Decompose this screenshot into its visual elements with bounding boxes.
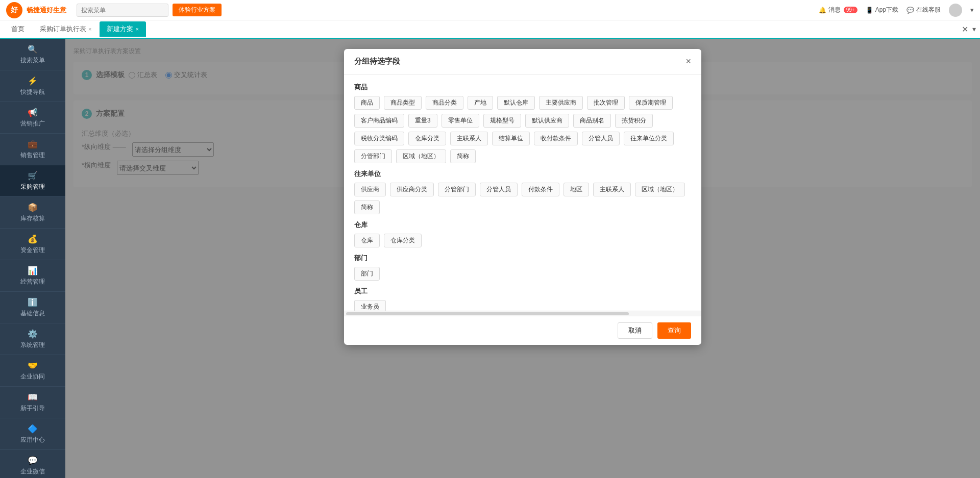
tab-bar-menu-icon[interactable]: ▾ — [972, 25, 976, 33]
inventory-icon: 📦 — [28, 202, 38, 212]
content-area: 采购订单执行表方案设置 1 选择模板 汇总表 交叉统计表 — [65, 39, 980, 478]
app-download-item[interactable]: 📱 App下载 — [866, 6, 898, 14]
sidebar-sales-label: 销售管理 — [20, 151, 45, 160]
online-service-label: 在线客服 — [916, 6, 941, 14]
field-tag-warehouse-category[interactable]: 仓库分类 — [408, 132, 446, 145]
tab-home[interactable]: 首页 — [4, 21, 32, 37]
logo-icon: 好 — [6, 2, 22, 18]
trial-button[interactable]: 体验行业方案 — [173, 4, 222, 16]
hscroll-thumb[interactable] — [346, 312, 629, 315]
fields-grid-partner: 供应商 供应商分类 分管部门 分管人员 付款条件 地区 主联系人 区域（地区） … — [354, 183, 691, 214]
confirm-button[interactable]: 查询 — [657, 322, 691, 339]
online-service-item[interactable]: 💬 在线客服 — [906, 6, 941, 14]
field-tag-dept[interactable]: 分管部门 — [354, 149, 392, 163]
sidebar-item-sales[interactable]: 💼 销售管理 — [0, 134, 65, 165]
message-item[interactable]: 🔔 消息 99+ — [819, 6, 857, 14]
field-tag-default-supplier[interactable]: 默认供应商 — [525, 114, 569, 128]
modal-overlay: 分组待选字段 × 商品 商品 商品类型 商品分类 产地 默认仓库 主要供应商 批… — [65, 39, 980, 478]
sidebar-item-wechat[interactable]: 💬 企业微信 — [0, 450, 65, 478]
phone-icon: 📱 — [866, 7, 873, 14]
field-tag-partner-dept[interactable]: 分管部门 — [438, 183, 476, 196]
field-tag-pick-points[interactable]: 拣货积分 — [615, 114, 653, 128]
field-tag-tax-code[interactable]: 税收分类编码 — [354, 132, 404, 145]
finance-icon: 💰 — [28, 234, 38, 244]
field-tag-main-supplier[interactable]: 主要供应商 — [539, 96, 583, 110]
field-tag-settlement-unit[interactable]: 结算单位 — [492, 132, 530, 145]
field-tag-salesperson[interactable]: 业务员 — [354, 300, 386, 311]
field-tag-warehouse[interactable]: 仓库 — [354, 234, 380, 247]
modal-footer: 取消 查询 — [344, 316, 701, 345]
field-tag-batch[interactable]: 批次管理 — [587, 96, 625, 110]
search-input[interactable] — [77, 4, 168, 17]
field-tag-retail-unit[interactable]: 零售单位 — [442, 114, 479, 128]
field-tag-goods[interactable]: 商品 — [354, 96, 380, 110]
field-tag-origin[interactable]: 产地 — [468, 96, 493, 110]
modal-hscroll[interactable] — [344, 311, 701, 316]
marketing-icon: 📢 — [28, 107, 38, 117]
field-tag-partner-supervisor[interactable]: 分管人员 — [480, 183, 518, 196]
field-tag-main-contact[interactable]: 主联系人 — [450, 132, 488, 145]
field-tag-goods-type[interactable]: 商品类型 — [384, 96, 422, 110]
field-tag-goods-alias[interactable]: 商品别名 — [573, 114, 611, 128]
avatar[interactable] — [949, 4, 962, 17]
header-right: 🔔 消息 99+ 📱 App下载 💬 在线客服 ▾ — [819, 4, 974, 17]
sidebar-item-newguide[interactable]: 📖 新手引导 — [0, 387, 65, 418]
sidebar-item-search[interactable]: 🔍 搜索菜单 — [0, 39, 65, 70]
sidebar-item-inventory[interactable]: 📦 库存核算 — [0, 197, 65, 229]
tab-purchase-list-label: 采购订单执行表 — [40, 24, 86, 34]
field-tag-supplier[interactable]: 供应商 — [354, 183, 386, 196]
sidebar-item-system[interactable]: ⚙️ 系统管理 — [0, 323, 65, 355]
field-tag-short-name[interactable]: 简称 — [450, 149, 476, 163]
section-title-department: 部门 — [354, 254, 691, 263]
fields-grid-goods: 商品 商品类型 商品分类 产地 默认仓库 主要供应商 批次管理 保质期管理 客户… — [354, 96, 691, 163]
section-title-goods: 商品 — [354, 83, 691, 92]
modal-body: 商品 商品 商品类型 商品分类 产地 默认仓库 主要供应商 批次管理 保质期管理… — [344, 74, 701, 311]
field-tag-expiry[interactable]: 保质期管理 — [629, 96, 673, 110]
logo-area: 好 畅捷通好生意 — [6, 2, 66, 18]
fields-grid-employee: 业务员 — [354, 300, 691, 311]
field-tag-region[interactable]: 区域（地区） — [396, 149, 446, 163]
sidebar-item-quicknav[interactable]: ⚡ 快捷导航 — [0, 70, 65, 102]
field-tag-spec[interactable]: 规格型号 — [483, 114, 521, 128]
field-tag-wh-category[interactable]: 仓库分类 — [384, 234, 422, 247]
field-tag-customer-code[interactable]: 客户商品编码 — [354, 114, 404, 128]
field-tag-payment-terms[interactable]: 收付款条件 — [534, 132, 578, 145]
tab-bar-close-all[interactable]: ✕ — [962, 24, 968, 34]
field-tag-department[interactable]: 部门 — [354, 267, 380, 281]
sidebar-item-basic-info[interactable]: ℹ️ 基础信息 — [0, 292, 65, 323]
purchase-icon: 🛒 — [28, 170, 38, 181]
sidebar-item-appstore[interactable]: 🔷 应用中心 — [0, 418, 65, 450]
field-tag-goods-category[interactable]: 商品分类 — [426, 96, 463, 110]
appstore-icon: 🔷 — [28, 423, 38, 434]
field-tag-partner-category[interactable]: 往来单位分类 — [624, 132, 674, 145]
tab-purchase-list[interactable]: 采购订单执行表 × — [33, 21, 99, 37]
sidebar-item-finance[interactable]: 💰 资金管理 — [0, 229, 65, 260]
field-tag-area[interactable]: 地区 — [564, 183, 589, 196]
field-tag-default-warehouse[interactable]: 默认仓库 — [497, 96, 535, 110]
msg-badge: 99+ — [844, 7, 857, 13]
modal-close-icon[interactable]: × — [685, 56, 691, 67]
sidebar-item-marketing[interactable]: 📢 营销推广 — [0, 102, 65, 134]
field-tag-supervisor[interactable]: 分管人员 — [582, 132, 620, 145]
section-title-partner: 往来单位 — [354, 169, 691, 179]
sidebar-item-enterprise[interactable]: 🤝 企业协同 — [0, 355, 65, 387]
bell-icon: 🔔 — [819, 7, 826, 14]
tab-new-plan-label: 新建方案 — [107, 24, 133, 34]
top-header: 好 畅捷通好生意 体验行业方案 🔔 消息 99+ 📱 App下载 💬 在线客服 … — [0, 0, 980, 20]
field-tag-partner-contact[interactable]: 主联系人 — [593, 183, 631, 196]
tab-new-plan[interactable]: 新建方案 × — [100, 21, 145, 37]
field-tag-partner-short[interactable]: 简称 — [354, 200, 380, 214]
sales-icon: 💼 — [28, 139, 38, 149]
modal-header: 分组待选字段 × — [344, 49, 701, 74]
tab-purchase-list-close[interactable]: × — [88, 26, 91, 32]
field-tag-pay-terms[interactable]: 付款条件 — [522, 183, 559, 196]
sidebar-wechat-label: 企业微信 — [20, 467, 45, 476]
cancel-button[interactable]: 取消 — [618, 322, 652, 339]
tab-new-plan-close[interactable]: × — [135, 26, 138, 32]
field-tag-supplier-category[interactable]: 供应商分类 — [390, 183, 434, 196]
sidebar-item-operations[interactable]: 📊 经营管理 — [0, 260, 65, 292]
field-tag-weight3[interactable]: 重量3 — [408, 114, 437, 128]
field-tag-partner-region[interactable]: 区域（地区） — [635, 183, 685, 196]
sidebar-item-purchase[interactable]: 🛒 采购管理 — [0, 165, 65, 197]
tab-bar-right: ✕ ▾ — [962, 24, 976, 34]
